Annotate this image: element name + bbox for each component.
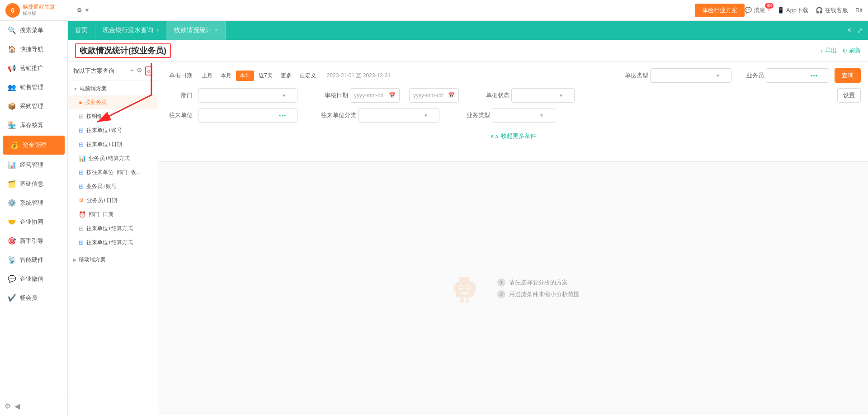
sidebar-settings-button[interactable]: ⚙	[5, 402, 11, 410]
corp-coop-icon: 🤝	[7, 218, 16, 226]
empty-state-area: 1 请先选择要分析的方案 2 用过滤条件来缩小分析范围	[158, 161, 868, 415]
date-tab-more[interactable]: 更多	[277, 71, 295, 81]
refresh-button[interactable]: ↻ 刷新	[842, 47, 861, 55]
panel-collapse-button[interactable]: «	[145, 66, 152, 75]
calendar-from-icon[interactable]: 📅	[389, 92, 396, 99]
filter-doc-status-select[interactable]: ▼	[511, 88, 575, 103]
window-close-button[interactable]: ×	[847, 26, 851, 34]
top-right-area: 💬 消息 99 + 📱 App下载 🎧 在线客服 Rit	[745, 6, 863, 14]
filter-review-date-from[interactable]: yyyy-mm-dd 📅	[350, 88, 400, 103]
filter-category-select[interactable]: ▼	[650, 68, 731, 83]
app-download-icon: 📱	[777, 7, 784, 14]
sidebar-item-inventory[interactable]: 🏪 库存核算	[0, 116, 67, 135]
smart-hw-icon: 📡	[7, 256, 16, 264]
query-button[interactable]: 查询	[835, 68, 861, 83]
sidebar-item-operations[interactable]: 📊 经营管理	[0, 156, 67, 174]
sidebar-item-system[interactable]: ⚙️ 系统管理	[0, 193, 67, 212]
filter-biz-type-select[interactable]: ▼	[492, 108, 555, 123]
collapse-more-button[interactable]: ∧∧ 收起更多条件	[165, 128, 861, 144]
panel-gear-button[interactable]: ⚙	[137, 66, 142, 75]
filter-counterparty-class-select[interactable]: ▼	[358, 108, 439, 123]
dept-select-chevron: ▼	[282, 93, 286, 98]
salesperson-more-button[interactable]: ···	[810, 71, 818, 81]
sidebar-label-smart-hw: 智能硬件	[20, 256, 43, 264]
panel-add-button[interactable]: +	[130, 66, 134, 75]
svg-rect-7	[453, 284, 457, 292]
sidebar-item-search-menu[interactable]: 🔍 搜索菜单	[0, 21, 67, 40]
trial-button[interactable]: 体验行业方案	[695, 4, 745, 17]
sidebar-item-basic-info[interactable]: 🗂️ 基础信息	[0, 174, 67, 193]
filter-review-date-label: 审核日期	[321, 91, 348, 99]
tree-item-counterparty-account[interactable]: ⊞ 往来单位+账号	[68, 123, 158, 137]
tree-item-counterparty-settlement1[interactable]: ⊞ 往来单位+结算方式	[68, 222, 158, 236]
tree-item-counterparty-date[interactable]: ⊞ 往来单位+日期	[68, 137, 158, 151]
tree-group-desktop-header[interactable]: ▼ 电脑端方案	[68, 82, 158, 95]
filter-salesperson-select[interactable]: ···	[766, 68, 829, 83]
tree-item-by-detail[interactable]: ⊞ 按明细	[68, 109, 158, 123]
tree-item-detail-icon: ⊞	[79, 113, 84, 120]
filter-review-date-to[interactable]: yyyy-mm-dd 📅	[409, 88, 459, 103]
sidebar-label-sales: 销售管理	[20, 83, 43, 91]
tab-home[interactable]: 首页	[68, 21, 95, 40]
filter-counterparty-label: 往来单位	[165, 111, 193, 119]
svg-rect-10	[466, 297, 469, 303]
filter-row-3: 往来单位 ··· 往来单位分类 ▼	[165, 108, 861, 123]
sidebar-item-corp-coop[interactable]: 🤝 企业协同	[0, 212, 67, 231]
sidebar-collapse-button[interactable]: ◀	[14, 402, 20, 410]
sidebar-item-member[interactable]: ✔️ 畅会员	[0, 288, 67, 307]
tree-item-counterparty-dept[interactable]: ⊞ 按往来单位+部门+收...	[68, 165, 158, 179]
tab-collection-stats[interactable]: 收款情况统计 ×	[167, 21, 226, 40]
sidebar-item-quick-nav[interactable]: 🏠 快捷导航	[0, 40, 67, 59]
export-button[interactable]: ↑ 导出	[821, 47, 837, 55]
filter-dept-select[interactable]: ▼	[198, 88, 297, 103]
message-label: 消息	[754, 6, 765, 14]
sidebar-item-smart-hw[interactable]: 📡 智能硬件	[0, 250, 67, 269]
sidebar-item-marketing[interactable]: 📢 营销推广	[0, 59, 67, 78]
calendar-to-icon[interactable]: 📅	[448, 92, 455, 99]
svg-rect-0	[456, 282, 474, 297]
tree-item-saccount-label: 业务员+账号	[86, 183, 117, 190]
sidebar-item-newcomer[interactable]: 🎯 新手引导	[0, 231, 67, 250]
tree-item-salesperson-account[interactable]: ⊞ 业务员+账号	[68, 179, 158, 193]
tip-text-1: 请先选择要分析的方案	[509, 278, 568, 287]
filter-doc-status-label: 单据状态	[482, 91, 509, 99]
tree-group-mobile-header[interactable]: ▶ 移动端方案	[68, 253, 158, 266]
date-tab-last-month[interactable]: 上月	[198, 71, 216, 81]
sidebar-label-newcomer: 新手引导	[20, 237, 43, 245]
tree-item-by-salesperson[interactable]: ● 按业务员	[68, 95, 158, 109]
counterparty-more-button[interactable]: ···	[278, 110, 286, 121]
filter-counterparty-class-label: 往来单位分类	[321, 111, 356, 119]
date-tab-7days[interactable]: 近7天	[255, 71, 276, 81]
window-maximize-button[interactable]: ⤢	[857, 26, 863, 35]
svg-point-5	[467, 287, 469, 288]
tab-cash-bank[interactable]: 现金银行流水查询 ×	[95, 21, 167, 40]
tab-cash-bank-close[interactable]: ×	[156, 27, 159, 33]
settings-icon[interactable]: ⚙	[77, 7, 82, 14]
filter-counterparty-select[interactable]: ···	[198, 108, 297, 123]
tree-item-saccount-icon: ⊞	[79, 183, 84, 190]
sidebar-item-finance[interactable]: 💰 资金管理	[3, 136, 65, 155]
sidebar-item-purchase[interactable]: 📦 采购管理	[0, 97, 67, 116]
tree-item-salesperson-settlement[interactable]: 📊 业务员+结算方式	[68, 151, 158, 165]
date-tab-this-month[interactable]: 本月	[217, 71, 235, 81]
tree-item-dept-date[interactable]: ⏰ 部门+日期	[68, 208, 158, 222]
dropdown-icon[interactable]: ▼	[84, 7, 90, 14]
app-download-button[interactable]: 📱 App下载	[777, 6, 808, 14]
tree-item-counterparty-settlement2[interactable]: ⊞ 往来单位+结算方式	[68, 236, 158, 250]
tree-item-ca-icon: ⊞	[79, 127, 84, 134]
online-service-button[interactable]: 🎧 在线客服	[816, 6, 848, 14]
tree-item-ca-label: 往来单位+账号	[86, 127, 122, 134]
sidebar-label-finance: 资金管理	[23, 141, 46, 149]
service-label: 在线客服	[825, 6, 848, 14]
sidebar-label-member: 畅会员	[20, 294, 38, 302]
message-button[interactable]: 💬 消息 99 +	[745, 6, 770, 14]
settings-button[interactable]: 设置	[837, 88, 861, 103]
biz-type-chevron: ▼	[539, 113, 544, 118]
tree-item-salesperson-date[interactable]: ⚙ 业务员+日期	[68, 193, 158, 208]
tab-collection-stats-close[interactable]: ×	[215, 27, 218, 33]
sidebar-item-corp-wechat[interactable]: 💬 企业微信	[0, 269, 67, 288]
date-tab-this-year[interactable]: 本年	[236, 71, 254, 81]
date-tab-custom[interactable]: 自定义	[296, 71, 320, 81]
sidebar-label-inventory: 库存核算	[20, 121, 43, 129]
sidebar-item-sales[interactable]: 👥 销售管理	[0, 78, 67, 97]
